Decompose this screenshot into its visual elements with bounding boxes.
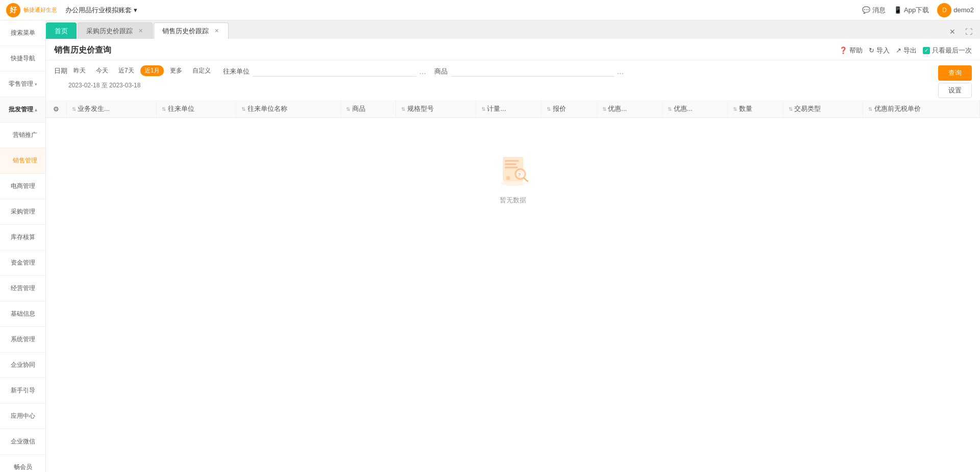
help-button[interactable]: ❓ 帮助	[839, 46, 863, 55]
close-purchase-tab-icon[interactable]: ✕	[137, 28, 144, 35]
col-unit[interactable]: ⇅ 计量...	[476, 100, 541, 118]
sidebar-item-basic-info[interactable]: 基础信息	[0, 301, 45, 327]
sidebar-item-biz-mgmt[interactable]: 经营管理	[0, 276, 45, 301]
partner-input[interactable]	[253, 66, 416, 77]
import-button[interactable]: ↻ 导入	[869, 46, 890, 55]
sidebar-item-search-menu[interactable]: 搜索菜单	[0, 20, 45, 46]
sidebar-item-system-mgmt[interactable]: 系统管理	[0, 327, 45, 352]
date-range: 2023-02-18 至 2023-03-18	[68, 81, 140, 90]
filter-area: 日期 昨天 今天 近7天 近1月 更多 自定义 2023-02-18 至 202…	[46, 60, 980, 100]
svg-rect-4	[505, 167, 518, 168]
only-last-checkbox-label[interactable]: ✓ 只看最后一次	[923, 46, 972, 55]
product-dots-button[interactable]: ...	[617, 67, 624, 76]
page-header-actions: ❓ 帮助 ↻ 导入 ↗ 导出 ✓ 只看最后一次	[839, 46, 972, 55]
page-title: 销售历史价查询	[54, 45, 111, 56]
close-sales-tab-icon[interactable]: ✕	[213, 28, 220, 35]
tab-purchase-history[interactable]: 采购历史价跟踪 ✕	[78, 22, 153, 39]
message-action[interactable]: 💬 消息	[862, 6, 886, 15]
svg-point-9	[506, 176, 510, 180]
tab-bar: 首页 采购历史价跟踪 ✕ 销售历史价跟踪 ✕ ✕ ⛶	[46, 20, 980, 39]
col-settings[interactable]: ⚙	[46, 100, 66, 118]
query-button[interactable]: 查询	[938, 65, 972, 81]
chevron-up-icon: ▴	[35, 107, 37, 112]
tab-sales-history[interactable]: 销售历史价跟踪 ✕	[154, 22, 229, 39]
app-download-action[interactable]: 📱 App下载	[894, 6, 929, 15]
logo-text: 畅捷通好生意	[23, 6, 57, 13]
sidebar: 搜索菜单 快捷导航 零售管理 ▾ 批发管理 ▴ 营销推广 销售管理 电商管理 采	[0, 20, 46, 472]
search-menu-label: 搜索菜单	[11, 29, 35, 37]
col-partner-name[interactable]: ⇅ 往来单位名称	[236, 100, 341, 118]
date-btn-today[interactable]: 今天	[92, 65, 112, 76]
avatar: D	[937, 3, 951, 17]
setting-button[interactable]: 设置	[938, 83, 972, 98]
col-spec[interactable]: ⇅ 规格型号	[396, 100, 476, 118]
export-button[interactable]: ↗ 导出	[896, 46, 917, 55]
col-discount1[interactable]: ⇅ 优惠...	[597, 100, 662, 118]
sidebar-item-sales-mgmt[interactable]: 销售管理	[0, 148, 45, 174]
col-partner-code[interactable]: ⇅ 往来单位	[156, 100, 236, 118]
header-left: 好 畅捷通好生意 办公用品行业模拟账套 ▾	[6, 3, 141, 17]
help-icon: ❓	[839, 46, 847, 54]
quick-nav-label: 快捷导航	[11, 54, 35, 63]
sidebar-item-app-center[interactable]: 应用中心	[0, 404, 45, 429]
top-header: 好 畅捷通好生意 办公用品行业模拟账套 ▾ 💬 消息 📱 App下载 D dem…	[0, 0, 980, 20]
app-selector[interactable]: 办公用品行业模拟账套 ▾	[61, 4, 141, 17]
svg-text:?: ?	[518, 172, 521, 177]
sidebar-item-purchase-mgmt[interactable]: 采购管理	[0, 199, 45, 225]
date-btn-custom[interactable]: 自定义	[188, 65, 215, 76]
sidebar-item-wholesale-mgmt[interactable]: 批发管理 ▴	[0, 97, 45, 123]
chevron-down-icon: ▾	[134, 6, 137, 14]
sort-icon-3: ⇅	[241, 106, 246, 112]
product-label: 商品	[434, 67, 448, 76]
table-area: ⚙ ⇅ 业务发生... ⇅ 往来单位 ⇅	[46, 100, 980, 472]
sidebar-item-new-guide[interactable]: 新手引导	[0, 378, 45, 404]
user-action[interactable]: D demo2	[937, 3, 974, 17]
date-btn-1month[interactable]: 近1月	[140, 65, 164, 76]
sidebar-item-retail-mgmt[interactable]: 零售管理 ▾	[0, 72, 45, 97]
fullscreen-button[interactable]: ⛶	[962, 25, 976, 39]
date-btn-yesterday[interactable]: 昨天	[69, 65, 90, 76]
empty-text: 暂无数据	[500, 196, 526, 205]
date-label: 日期	[54, 66, 67, 76]
col-trade-type[interactable]: ⇅ 交易类型	[783, 100, 863, 118]
sort-icon-2: ⇅	[162, 106, 166, 112]
date-btn-more[interactable]: 更多	[166, 65, 186, 76]
empty-state: ? 暂无数据	[46, 118, 980, 235]
header-right: 💬 消息 📱 App下载 D demo2	[862, 3, 974, 17]
sidebar-item-member[interactable]: 畅会员	[0, 455, 45, 472]
tab-home[interactable]: 首页	[46, 22, 77, 39]
date-btn-7days[interactable]: 近7天	[114, 65, 138, 76]
page-content: 销售历史价查询 ❓ 帮助 ↻ 导入 ↗ 导出 ✓	[46, 39, 980, 472]
data-table: ⚙ ⇅ 业务发生... ⇅ 往来单位 ⇅	[46, 100, 980, 118]
sidebar-item-inventory[interactable]: 库存核算	[0, 225, 45, 250]
col-quantity[interactable]: ⇅ 数量	[728, 100, 783, 118]
product-input[interactable]	[451, 66, 614, 77]
sidebar-item-ecommerce-mgmt[interactable]: 电商管理	[0, 174, 45, 199]
only-last-checkbox[interactable]: ✓	[923, 47, 930, 54]
date-filter-group: 日期 昨天 今天 近7天 近1月 更多 自定义 2023-02-18 至 202…	[54, 65, 215, 90]
settings-icon[interactable]: ⚙	[53, 105, 59, 113]
sort-icon-5: ⇅	[401, 106, 405, 112]
sidebar-item-enterprise-collab[interactable]: 企业协同	[0, 352, 45, 378]
col-discount2[interactable]: ⇅ 优惠...	[663, 100, 728, 118]
sort-icon-8: ⇅	[602, 106, 606, 112]
col-quote[interactable]: ⇅ 报价	[542, 100, 597, 118]
sort-icon-12: ⇅	[868, 106, 872, 112]
export-icon: ↗	[896, 46, 901, 54]
col-product[interactable]: ⇅ 商品	[341, 100, 396, 118]
partner-dots-button[interactable]: ...	[419, 67, 426, 76]
sidebar-item-enterprise-wechat[interactable]: 企业微信	[0, 429, 45, 455]
chevron-icon: ▾	[35, 82, 37, 87]
empty-state-icon: ?	[493, 149, 533, 190]
col-biz-date[interactable]: ⇅ 业务发生...	[66, 100, 156, 118]
sort-icon-7: ⇅	[547, 106, 551, 112]
close-all-tabs-button[interactable]: ✕	[945, 25, 960, 39]
sidebar-item-finance-mgmt[interactable]: 资金管理	[0, 250, 45, 276]
action-buttons: 查询 设置	[938, 65, 972, 98]
sidebar-item-marketing[interactable]: 营销推广	[0, 123, 45, 148]
sidebar-item-quick-nav[interactable]: 快捷导航	[0, 46, 45, 72]
message-icon: 💬	[862, 6, 870, 14]
svg-rect-3	[505, 163, 516, 165]
col-pre-tax-price[interactable]: ⇅ 优惠前无税单价	[863, 100, 980, 118]
table-header-row: ⚙ ⇅ 业务发生... ⇅ 往来单位 ⇅	[46, 100, 980, 118]
